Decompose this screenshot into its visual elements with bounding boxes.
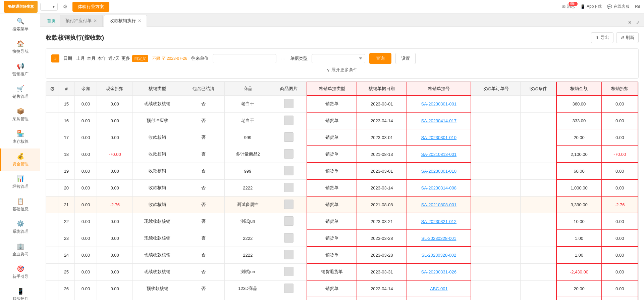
col-header-balance: 余额 (74, 82, 97, 95)
cell-cancel-bill-no[interactable]: SA-20210813-001 (407, 146, 471, 163)
sidebar-item-guide[interactable]: 🎯 新手引导 (0, 261, 40, 284)
cell-product: 2222 (225, 230, 271, 247)
workspace-dropdown[interactable]: —— ▾ (40, 3, 58, 11)
cell-cancel-bill-date: 2023-04-14 (357, 112, 407, 129)
tab-receipt-cancel[interactable]: 收款核销执行 ✕ (104, 15, 147, 27)
sidebar-item-enterprise[interactable]: 🏢 企业协同 (0, 239, 40, 261)
sidebar-item-marketing[interactable]: 📢 营销推广 (0, 58, 40, 81)
cell-cancel-type: 现续收款核销 (133, 95, 182, 112)
sidebar-item-sales[interactable]: 🛒 销售管理 (0, 81, 40, 103)
sidebar-item-system[interactable]: ⚙️ 系统管理 (0, 216, 40, 239)
cell-balance: 0.00 (74, 112, 97, 129)
cell-product: 测试jun (225, 263, 271, 280)
cell-cancel-bill-no[interactable]: SA-20230414-017 (407, 112, 471, 129)
date-option-custom[interactable]: 自定义 (132, 55, 148, 62)
cell-cancel-bill-no[interactable]: SL-20230328-001 (407, 230, 471, 247)
cell-rownum: 27 (58, 297, 75, 300)
home-icon: 🏠 (17, 40, 24, 47)
sidebar-item-hardware[interactable]: 📱 智能硬件 (0, 284, 40, 300)
cell-included-settled: 否 (182, 112, 225, 129)
sidebar-item-quick-nav[interactable]: 🏠 快捷导航 (0, 36, 40, 58)
app-download-button[interactable]: 📱 App下载 (580, 4, 602, 9)
cell-cancel-bill-date: 2023-04-08 (357, 297, 407, 300)
system-icon: ⚙️ (17, 220, 24, 227)
cell-cash-discount: 0.00 (97, 129, 133, 146)
cell-cancel-bill-no[interactable]: SA-20210808-001 (407, 196, 471, 213)
tab-close-prepay[interactable]: ✕ (94, 18, 97, 23)
date-option-7days[interactable]: 近7天 (108, 55, 119, 61)
filter-expand-button[interactable]: » (51, 54, 59, 62)
cell-cancel-bill-no[interactable]: SL-20230408-001 (407, 297, 471, 300)
date-option-this-month[interactable]: 本月 (87, 55, 96, 61)
cell-product: 123D商品 (225, 280, 271, 297)
cell-cancel-bill-no[interactable]: ABC-001 (407, 280, 471, 297)
cell-cancel-bill-no[interactable]: SA-20230321-012 (407, 213, 471, 230)
cell-cancel-bill-no[interactable]: SL-20230328-002 (407, 247, 471, 263)
query-button[interactable]: 查询 (369, 53, 391, 64)
sidebar-item-purchase[interactable]: 📦 采购管理 (0, 103, 40, 126)
cell-included-settled: 否 (182, 95, 225, 112)
cell-cancel-amount: 10.00 (556, 213, 601, 230)
cell-cancel-bill-type: 销货单 (307, 146, 357, 163)
cell-product-img (271, 146, 307, 163)
col-header-included-settled: 包含已结清 (182, 82, 225, 95)
sidebar-item-finance[interactable]: 💰 资金管理 (0, 148, 40, 171)
data-table-container: ⚙ # 余额 现金折扣 核销类型 包含已结清 商品 商品图片 核销单据类型 核 (46, 81, 639, 300)
export-button[interactable]: ⬆ 导出 (591, 32, 613, 43)
sidebar-item-basic[interactable]: 📋 基础信息 (0, 194, 40, 216)
col-header-cancel-bill-date: 核销单据日期 (357, 82, 407, 95)
tab-prepay[interactable]: 预付冲应付单 ✕ (60, 15, 103, 27)
cell-product: 2222 (225, 247, 271, 263)
cell-cancel-discount: 0.00 (602, 230, 638, 247)
sidebar-item-operation[interactable]: 📊 经营管理 (0, 171, 40, 194)
page-title: 收款核销执行(按收款) (46, 34, 104, 42)
cell-product: 2222 (225, 179, 271, 196)
page-inner: 收款核销执行(按收款) ⬆ 导出 ↺ 刷新 (40, 27, 644, 300)
settings-icon[interactable]: ⚙ (60, 2, 70, 11)
cell-cancel-bill-no[interactable]: SA-20230301-001 (407, 95, 471, 112)
cell-receipt-order-no (471, 213, 521, 230)
cell-cancel-bill-no[interactable]: SA-20230314-008 (407, 179, 471, 196)
col-settings-icon[interactable]: ⚙ (50, 86, 55, 92)
cell-balance: 0.00 (74, 230, 97, 247)
cell-cancel-type: 现续收款核销 (133, 297, 182, 300)
tab-home[interactable]: 首页 (43, 15, 60, 27)
tab-close-all-icon[interactable]: ✕ (627, 18, 633, 27)
setting-button[interactable]: 设置 (395, 53, 416, 64)
col-header-settings[interactable]: ⚙ (46, 82, 58, 95)
cell-cash-discount: 0.00 (97, 179, 133, 196)
cell-included-settled: 否 (182, 129, 225, 146)
cell-cash-discount: 0.00 (97, 263, 133, 280)
cell-settings (46, 95, 58, 112)
tab-close-receipt-cancel[interactable]: ✕ (138, 18, 141, 23)
cell-rownum: 15 (58, 95, 75, 112)
date-option-last-month[interactable]: 上月 (76, 55, 85, 61)
cell-cancel-bill-no[interactable]: SA-20230301-010 (407, 129, 471, 146)
table-row: 27 0.00 0.00 现续收款核销 否 衣服00001 销货单 2023-0… (46, 297, 638, 300)
cell-balance: 0.00 (74, 163, 97, 179)
sidebar-item-inventory[interactable]: 🏪 库存核算 (0, 126, 40, 148)
cell-product: 测试jun (225, 213, 271, 230)
cell-cancel-discount: 0.00 (602, 263, 638, 280)
cell-cancel-bill-no[interactable]: SA-20230301-010 (407, 163, 471, 179)
cell-cancel-bill-date: 2023-03-21 (357, 213, 407, 230)
expand-more-button[interactable]: ∨ 展开更多条件 (51, 67, 633, 73)
partner-input[interactable] (213, 54, 276, 63)
solution-button[interactable]: 体验行业方案 (72, 2, 109, 12)
notice-button[interactable]: ✉ 消息 99+ (562, 4, 575, 9)
cell-balance: 0.00 (74, 95, 97, 112)
refresh-button[interactable]: ↺ 刷新 (616, 32, 639, 43)
tab-expand-icon[interactable]: ⤢ (635, 18, 641, 27)
cell-included-settled: 否 (182, 179, 225, 196)
cell-receipt-condition (521, 146, 557, 163)
cell-product-img (271, 297, 307, 300)
date-option-this-year[interactable]: 本年 (98, 55, 106, 61)
table-row: 24 0.00 0.00 现续收款核销 否 2222 销货单 2023-03-2… (46, 247, 638, 263)
date-option-more[interactable]: 更多 (121, 55, 130, 61)
online-service-button[interactable]: 💬 在线客服 (607, 4, 630, 9)
sidebar-item-search[interactable]: 🔍 搜索菜单 (0, 13, 40, 36)
marketing-icon: 📢 (17, 62, 24, 70)
bill-type-select[interactable] (312, 54, 365, 63)
cell-cancel-bill-no[interactable]: SA-20230331-026 (407, 263, 471, 280)
cell-cancel-bill-type: 销货单 (307, 213, 357, 230)
